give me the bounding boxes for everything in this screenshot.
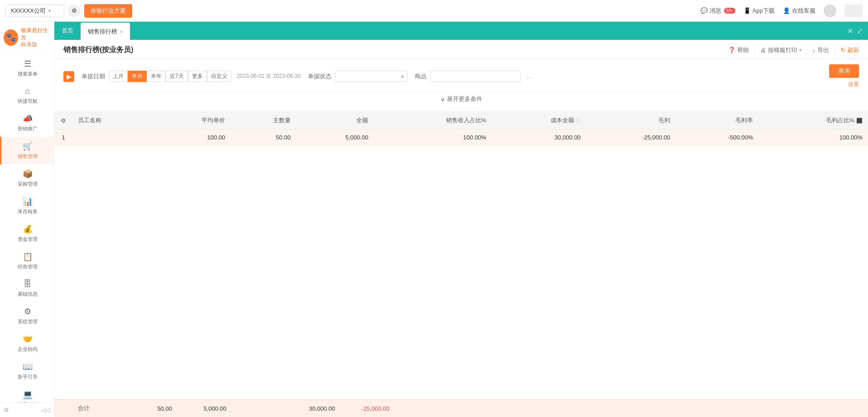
operations-icon: 📋 xyxy=(23,252,33,262)
cell-gross-pct: 100.00% xyxy=(758,129,868,146)
sidebar-settings-icon[interactable]: ⚙ xyxy=(4,407,9,413)
enterprise-icon: 🤝 xyxy=(23,334,33,344)
th-gross: 毛利 xyxy=(586,112,676,129)
cell-gross-rate: -500.00% xyxy=(676,129,758,146)
sidebar-item-search[interactable]: ☰ 搜索菜单 xyxy=(0,54,54,82)
sidebar-item-guide[interactable]: 📖 新手引导 xyxy=(0,357,54,385)
th-amount: 全额 xyxy=(296,112,374,129)
date-range: 2023-06-01 至 2023-06-30 xyxy=(237,72,301,80)
data-table: ⚙ 员工名称 平均单价 主数量 全额 销售收入占比% 成本全额 ⓘ 毛利 毛利率 xyxy=(54,112,868,146)
th-name: 员工名称 xyxy=(72,112,152,129)
th-qty: 主数量 xyxy=(230,112,296,129)
sidebar-collapse-icon[interactable]: ◁◁ xyxy=(41,407,50,413)
cell-avg-price: 100.00 xyxy=(152,129,231,146)
messages-btn[interactable]: 💬 消息 99+ xyxy=(700,7,735,15)
top-bar: XXXXXX公司 ▾ ⚙ 体验行业方案 💬 消息 99+ 📱 App下载 👤 在… xyxy=(0,0,868,22)
status-select[interactable] xyxy=(335,71,408,82)
print-arrow-icon: ▾ xyxy=(799,48,801,53)
online-service-btn[interactable]: 👤 在线客服 xyxy=(783,7,815,15)
table-footer: 合计 50.00 5,000.00 30,000.00 -25,000.00 xyxy=(54,399,868,417)
filter-toggle-btn[interactable]: ▶ xyxy=(63,71,74,82)
help-label: 帮助 xyxy=(737,46,749,54)
sidebar-item-finance[interactable]: 💰 资金管理 xyxy=(0,220,54,247)
tab-label: 销售排行榜 xyxy=(88,28,117,36)
home-tab-label: 首页 xyxy=(62,27,73,35)
refresh-btn[interactable]: ↻ 刷新 xyxy=(840,46,859,54)
date-tab-last-month[interactable]: 上月 xyxy=(109,71,128,82)
footer-label: 合计 xyxy=(60,404,123,412)
tab-close-window-icon[interactable]: ✕ xyxy=(847,27,853,35)
sidebar-item-inventory[interactable]: 📊 库存核算 xyxy=(0,192,54,220)
cost-info-icon[interactable]: ⓘ xyxy=(575,118,580,123)
filter-row: ▶ 单据日期 上月 本月 本年 近7天 更多 自定义 2023-06-01 至 … xyxy=(63,64,859,88)
sidebar-item-label: 企业协同 xyxy=(18,346,38,353)
filter-area: ▶ 单据日期 上月 本月 本年 近7天 更多 自定义 2023-06-01 至 … xyxy=(54,59,868,112)
print-btn[interactable]: 🖨 按模板打印 ▾ xyxy=(760,46,801,54)
industry-btn[interactable]: 体验行业方案 xyxy=(84,4,132,18)
goods-more-icon[interactable]: … xyxy=(526,73,532,80)
company-selector[interactable]: XXXXXX公司 ▾ xyxy=(5,5,64,17)
sidebar-item-basic-info[interactable]: 🗄 基础信息 xyxy=(0,275,54,302)
sidebar-item-operations[interactable]: 📋 经营管理 xyxy=(0,247,54,275)
cell-sales-pct: 100.00% xyxy=(374,129,492,146)
divider3 xyxy=(834,46,835,54)
purchase-icon: 📦 xyxy=(23,169,33,179)
service-icon: 👤 xyxy=(783,7,790,14)
date-filter: 单据日期 上月 本月 本年 近7天 更多 自定义 2023-06-01 至 20… xyxy=(82,71,301,82)
tab-sales-ranking[interactable]: 销售排行榜 × xyxy=(81,23,130,41)
avatar[interactable] xyxy=(824,5,836,17)
app-download-btn[interactable]: 📱 App下载 xyxy=(743,7,775,15)
table-header-row: ⚙ 员工名称 平均单价 主数量 全额 销售收入占比% 成本全额 ⓘ 毛利 毛利率 xyxy=(54,112,868,129)
sidebar-item-label: 资金管理 xyxy=(18,236,38,243)
settings-link[interactable]: 设置 xyxy=(848,81,859,88)
apps-icon: 💻 xyxy=(23,389,33,399)
sidebar-item-purchase[interactable]: 📦 采购管理 xyxy=(0,164,54,192)
date-tab-current-year[interactable]: 本年 xyxy=(147,71,166,82)
export-btn[interactable]: ↓ 导出 xyxy=(813,46,830,54)
date-tabs: 上月 本月 本年 近7天 更多 自定义 xyxy=(109,71,231,82)
chevron-down-icon: ∨ xyxy=(441,96,445,103)
status-filter: 单据状态 xyxy=(308,71,408,82)
search-menu-icon: ☰ xyxy=(24,59,31,69)
chevron-down-icon: ▾ xyxy=(48,8,51,13)
date-tab-custom[interactable]: 自定义 xyxy=(207,71,231,82)
th-settings[interactable]: ⚙ xyxy=(54,112,72,129)
footer-amount: 5,000.00 xyxy=(177,405,232,412)
cell-amount: 5,000.00 xyxy=(296,129,374,146)
finance-icon: 💰 xyxy=(23,224,33,234)
sidebar-item-enterprise[interactable]: 🤝 企业协同 xyxy=(0,330,54,357)
date-tab-7days[interactable]: 近7天 xyxy=(166,71,188,82)
export-label: 导出 xyxy=(817,46,829,54)
tabs-bar-right: ✕ ⤢ xyxy=(847,27,868,35)
sidebar-item-label: 快捷导航 xyxy=(18,98,38,105)
gross-pct-info-icon[interactable]: ⬛ xyxy=(856,118,863,123)
sidebar-item-system[interactable]: ⚙ 系统管理 xyxy=(0,302,54,330)
settings-icon-top[interactable]: ⚙ xyxy=(68,5,81,17)
query-btn[interactable]: 查询 xyxy=(829,64,859,78)
sidebar-item-label: 基础信息 xyxy=(18,291,38,297)
sidebar-item-marketing[interactable]: 📣 营销推广 xyxy=(0,109,54,137)
status-label: 单据状态 xyxy=(308,72,331,81)
goods-filter: 商品 … xyxy=(415,71,532,82)
tab-home[interactable]: 首页 xyxy=(54,22,81,40)
refresh-icon: ↻ xyxy=(840,47,845,53)
sidebar-item-label: 销售管理 xyxy=(18,153,38,160)
date-tab-current-month[interactable]: 本月 xyxy=(128,71,147,82)
date-tab-more[interactable]: 更多 xyxy=(188,71,207,82)
sidebar-item-shortcuts[interactable]: ⌂ 快捷导航 xyxy=(0,82,54,109)
logo-text: 畅康通好生意 标准版 xyxy=(21,27,50,48)
sidebar-item-apps[interactable]: 💻 应用中心 xyxy=(0,385,54,403)
footer-cost: 30,000.00 xyxy=(286,405,340,412)
home-icon: ⌂ xyxy=(25,86,30,96)
tab-close-icon[interactable]: × xyxy=(120,29,123,34)
help-btn[interactable]: ❓ 帮助 xyxy=(728,46,749,54)
sidebar-item-sales[interactable]: 🛒 销售管理 xyxy=(0,137,54,164)
inventory-icon: 📊 xyxy=(23,197,33,206)
goods-input[interactable] xyxy=(430,71,521,82)
th-gross-pct: 毛利占比% ⬛ xyxy=(758,112,868,129)
sidebar-logo: 🐾 畅康通好生意 标准版 xyxy=(0,22,54,54)
tab-maximize-icon[interactable]: ⤢ xyxy=(857,27,863,35)
cell-qty: 50.00 xyxy=(230,129,296,146)
sidebar: 🐾 畅康通好生意 标准版 ☰ 搜索菜单 ⌂ 快捷导航 📣 营销推广 xyxy=(0,22,54,417)
expand-conditions-btn[interactable]: ∨ 展开更多条件 xyxy=(441,95,482,103)
